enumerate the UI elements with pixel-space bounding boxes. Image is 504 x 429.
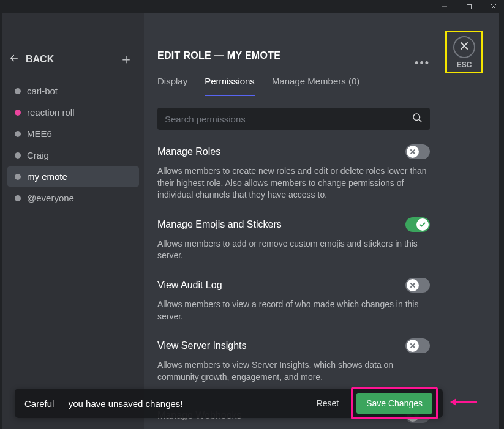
role-item[interactable]: Craig	[7, 145, 139, 165]
role-item[interactable]: @everyone	[7, 188, 139, 208]
reset-button[interactable]: Reset	[309, 394, 347, 413]
permission-title: Manage Emojis and Stickers	[157, 219, 282, 230]
permission-toggle[interactable]	[405, 217, 430, 232]
permission-toggle[interactable]	[405, 278, 430, 293]
role-color-dot	[15, 174, 21, 180]
svg-rect-1	[467, 5, 472, 9]
close-settings-highlight: ESC	[445, 31, 483, 73]
toggle-knob	[407, 340, 419, 352]
arrow-left-icon	[9, 53, 20, 66]
permission-title: Manage Roles	[157, 146, 220, 157]
role-label: MEE6	[27, 129, 52, 139]
permission-description: Allows members to view a record of who m…	[157, 299, 430, 323]
tabs: DisplayPermissionsManage Members (0)	[157, 76, 430, 97]
unsaved-text: Careful — you have unsaved changes!	[24, 398, 183, 409]
tab[interactable]: Permissions	[205, 76, 255, 96]
plus-icon: ＋	[119, 51, 133, 67]
unsaved-changes-bar: Careful — you have unsaved changes! Rese…	[15, 389, 443, 418]
permission-row: Manage Emojis and StickersAllows members…	[157, 217, 430, 262]
page-title: EDIT ROLE — MY EMOTE	[157, 50, 280, 61]
role-color-dot	[15, 131, 21, 137]
permission-toggle[interactable]	[405, 338, 430, 353]
tab[interactable]: Manage Members (0)	[272, 76, 359, 96]
role-label: reaction roll	[27, 107, 75, 118]
search-permissions-box[interactable]	[157, 108, 430, 130]
permission-toggle[interactable]	[405, 144, 430, 159]
role-label: Craig	[27, 150, 49, 160]
window-close-button[interactable]	[487, 0, 500, 13]
role-item[interactable]: carl-bot	[7, 81, 139, 101]
window-titlebar	[0, 0, 504, 13]
more-options-button[interactable]: •••	[415, 57, 430, 70]
role-color-dot	[15, 88, 21, 94]
role-item[interactable]: my emote	[7, 166, 139, 187]
role-color-dot	[15, 195, 21, 201]
permission-row: View Server InsightsAllows members to vi…	[157, 338, 430, 383]
role-label: my emote	[27, 171, 67, 182]
search-icon	[412, 112, 423, 125]
window-maximize-button[interactable]	[462, 0, 476, 13]
save-button-highlight: Save Changes	[351, 387, 438, 419]
annotation-arrow	[450, 398, 477, 406]
esc-label: ESC	[457, 61, 472, 69]
permission-description: Allows members to view Server Insights, …	[157, 359, 430, 383]
permission-title: View Audit Log	[157, 280, 222, 291]
roles-sidebar: BACK ＋ carl-botreaction rollMEE6Craigmy …	[2, 13, 144, 429]
role-label: @everyone	[27, 193, 74, 203]
role-color-dot	[15, 152, 21, 159]
role-label: carl-bot	[27, 86, 58, 96]
add-role-button[interactable]: ＋	[119, 50, 133, 69]
toggle-knob	[416, 218, 429, 231]
window-minimize-button[interactable]	[438, 0, 451, 13]
permission-description: Allows members to create new roles and e…	[157, 165, 430, 201]
toggle-knob	[407, 279, 419, 291]
back-label: BACK	[26, 54, 54, 65]
close-settings-button[interactable]	[453, 36, 475, 58]
permission-description: Allows members to add or remove custom e…	[157, 238, 430, 262]
role-color-dot	[15, 110, 21, 116]
back-button[interactable]: BACK	[9, 53, 54, 66]
tab[interactable]: Display	[157, 76, 187, 96]
more-icon: •••	[415, 57, 430, 69]
role-item[interactable]: reaction roll	[7, 102, 139, 122]
role-item[interactable]: MEE6	[7, 124, 139, 144]
toggle-knob	[407, 146, 419, 158]
svg-line-5	[419, 119, 421, 121]
permission-row: View Audit LogAllows members to view a r…	[157, 278, 430, 323]
permission-row: Manage RolesAllows members to create new…	[157, 144, 430, 201]
permission-title: View Server Insights	[157, 340, 247, 351]
save-changes-button[interactable]: Save Changes	[356, 393, 432, 414]
content-area: EDIT ROLE — MY EMOTE ••• DisplayPermissi…	[144, 13, 499, 429]
right-gutter	[499, 13, 504, 429]
close-icon	[459, 41, 469, 53]
search-permissions-input[interactable]	[165, 114, 412, 124]
